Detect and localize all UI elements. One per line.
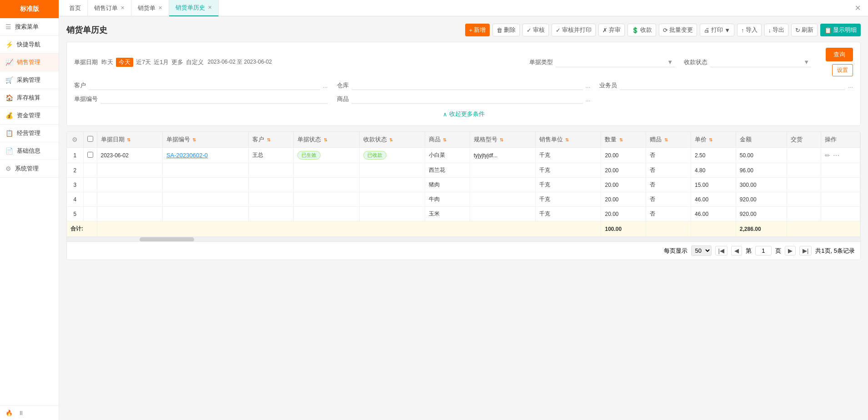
col-doc-date[interactable]: 单据日期 ⇅	[97, 132, 162, 148]
sidebar-item-finance[interactable]: 💰 资金管理	[0, 107, 59, 125]
pause-icon[interactable]: ⏸	[18, 410, 24, 416]
row-select-checkbox[interactable]	[87, 152, 93, 158]
row-actions	[821, 207, 860, 221]
abandon-button[interactable]: ✗ 弃审	[598, 24, 625, 36]
next-page-button[interactable]: ▶	[785, 246, 796, 255]
row-amount: 300.00	[736, 178, 787, 192]
shortcut-custom[interactable]: 自定义	[186, 58, 204, 66]
receive-icon: 💲	[632, 27, 639, 34]
sidebar-item-inventory[interactable]: 🏠 库存核算	[0, 89, 59, 107]
tab-sales-goods-history[interactable]: 销货单历史 ✕	[169, 0, 219, 16]
col-doc-no[interactable]: 单据编号 ⇅	[162, 132, 249, 148]
per-page-select[interactable]: 50	[691, 245, 712, 256]
sidebar-item-operations[interactable]: 📋 经营管理	[0, 125, 59, 142]
tab-sales-order[interactable]: 销售订单 ✕	[88, 0, 131, 16]
audit-button[interactable]: ✓ 审核	[522, 24, 549, 36]
shortcut-yesterday[interactable]: 昨天	[101, 58, 113, 66]
customer-input[interactable]	[89, 81, 320, 90]
sidebar-item-quick-nav[interactable]: ⚡ 快捷导航	[0, 36, 59, 54]
refresh-button[interactable]: ↻ 刷新	[791, 24, 818, 36]
export-button[interactable]: ↓ 导出	[764, 24, 789, 36]
fire-icon[interactable]: 🔥	[5, 410, 13, 416]
shortcut-more[interactable]: 更多	[171, 58, 183, 66]
sidebar-item-search-menu[interactable]: ☰ 搜索菜单	[0, 18, 59, 36]
print-button[interactable]: 🖨 打印 ▼	[700, 24, 734, 36]
search-menu-icon: ☰	[5, 23, 11, 30]
export-icon: ↓	[768, 27, 772, 34]
row-trade	[787, 148, 821, 163]
col-spec-type[interactable]: 规格型号 ⇅	[470, 132, 535, 148]
row-sales-unit: 千克	[536, 163, 601, 178]
sidebar-item-basic-info[interactable]: 📄 基础信息	[0, 142, 59, 160]
tab-home[interactable]: 首页	[63, 0, 88, 16]
shortcut-1month[interactable]: 近1月	[154, 58, 169, 66]
tab-close-icon[interactable]: ✕	[120, 5, 125, 11]
prev-page-button[interactable]: ◀	[731, 246, 742, 255]
row-gift: 否	[646, 163, 691, 178]
horizontal-scrollbar[interactable]	[67, 237, 860, 241]
add-button[interactable]: + 新增	[465, 24, 490, 36]
first-page-button[interactable]: |◀	[715, 246, 728, 255]
doc-no-link[interactable]: SA-20230602-0	[166, 152, 208, 159]
customer-dots[interactable]: ...	[323, 82, 328, 89]
tab-close-icon[interactable]: ✕	[158, 5, 162, 11]
sidebar-item-system-mgmt[interactable]: ⚙ 系统管理	[0, 160, 59, 178]
col-customer[interactable]: 客户 ⇅	[249, 132, 294, 148]
content-area: 销货单历史 + 新增 🗑 删除 ✓ 审核 ✓ 审核并打印	[59, 16, 868, 420]
goods-dots[interactable]: ...	[586, 96, 591, 103]
summary-total-quantity: 100.00	[601, 221, 646, 237]
shortcut-7days[interactable]: 近7天	[136, 58, 151, 66]
col-quantity[interactable]: 数量 ⇅	[601, 132, 646, 148]
total-info: 共1页, 5条记录	[815, 247, 855, 255]
tab-close-icon[interactable]: ✕	[208, 5, 212, 10]
col-goods[interactable]: 商品 ⇅	[425, 132, 470, 148]
sidebar-item-label: 搜索菜单	[15, 23, 39, 31]
collapse-button[interactable]: ∧ 收起更多条件	[74, 108, 853, 120]
gear-icon[interactable]: ⚙	[72, 136, 78, 143]
sidebar-item-sales-mgmt[interactable]: 📈 销售管理	[0, 54, 59, 71]
warehouse-dots[interactable]: ...	[586, 82, 591, 89]
col-gift[interactable]: 赠品 ⇅	[646, 132, 691, 148]
settings-button[interactable]: 设置	[832, 64, 853, 76]
staff-dots[interactable]: ...	[848, 82, 853, 89]
last-page-button[interactable]: ▶|	[799, 246, 812, 255]
payment-status-select[interactable]: ▼	[710, 57, 811, 67]
audit-print-button[interactable]: ✓ 审核并打印	[552, 24, 596, 36]
delete-button[interactable]: 🗑 删除	[492, 24, 520, 36]
row-actions: ✏ ⋯	[821, 148, 860, 163]
sidebar-item-purchase-mgmt[interactable]: 🛒 采购管理	[0, 71, 59, 89]
row-sales-unit: 千克	[536, 192, 601, 207]
data-table-container: ⚙ 单据日期 ⇅ 单据编号 ⇅	[66, 131, 861, 260]
col-unit-price[interactable]: 单价 ⇅	[691, 132, 736, 148]
tab-sales-goods[interactable]: 销货单 ✕	[131, 0, 169, 16]
close-all-tabs-button[interactable]: ✕	[851, 4, 864, 12]
row-spec-type	[470, 192, 535, 207]
goods-input[interactable]	[351, 95, 583, 104]
doc-type-select[interactable]: ▼	[556, 57, 675, 67]
staff-input[interactable]	[620, 81, 845, 90]
batch-change-button[interactable]: ⟳ 批量变更	[659, 24, 697, 36]
doc-no-input[interactable]	[100, 95, 328, 104]
col-payment-status[interactable]: 收款状态 ⇅	[359, 132, 425, 148]
col-doc-status[interactable]: 单据状态 ⇅	[294, 132, 359, 148]
import-button[interactable]: ↑ 导入	[737, 24, 762, 36]
row-unit-price: 15.00	[691, 178, 736, 192]
shortcut-today[interactable]: 今天	[116, 58, 133, 67]
page-number-input[interactable]	[755, 246, 772, 255]
table-row: 2 西兰花 千克 20.00 否 4.80 96.00	[67, 163, 860, 178]
warehouse-input[interactable]	[351, 81, 583, 90]
query-button[interactable]: 查询	[826, 48, 853, 61]
row-customer	[249, 192, 294, 207]
more-icon[interactable]: ⋯	[833, 152, 839, 159]
row-customer	[249, 207, 294, 221]
edit-icon[interactable]: ✏	[825, 152, 830, 159]
receive-button[interactable]: 💲 收款	[627, 24, 656, 36]
select-all-checkbox[interactable]	[87, 136, 93, 142]
tab-bar: 首页 销售订单 ✕ 销货单 ✕ 销货单历史 ✕ ✕	[59, 0, 868, 16]
row-sales-unit: 千克	[536, 207, 601, 221]
row-spec-type	[470, 207, 535, 221]
col-sales-unit[interactable]: 销售单位 ⇅	[536, 132, 601, 148]
row-amount: 96.00	[736, 163, 787, 178]
col-gear[interactable]: ⚙	[67, 132, 83, 148]
display-detail-button[interactable]: 📋 显示明细	[820, 24, 861, 36]
